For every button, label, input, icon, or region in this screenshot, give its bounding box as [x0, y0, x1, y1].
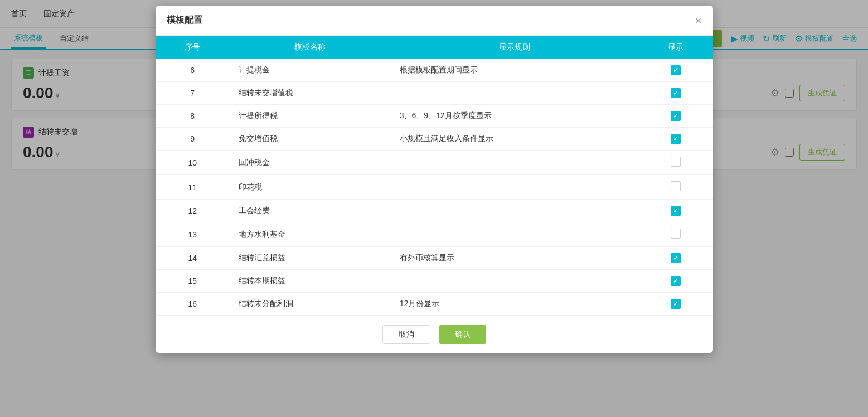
- modal-body: 序号 模板名称 显示规则 显示 6计提税金根据模板配置期间显示7结转未交增值税8…: [156, 36, 713, 316]
- cell-rule: [391, 222, 638, 247]
- cell-name: 结转未交增值税: [230, 82, 391, 105]
- table-row: 12工会经费: [156, 200, 713, 222]
- modal-header: 模板配置 ×: [156, 6, 713, 36]
- cell-rule: [391, 151, 638, 175]
- checkbox-14[interactable]: [671, 253, 681, 263]
- modal-title: 模板配置: [167, 14, 202, 26]
- table-row: 11印花税: [156, 175, 713, 200]
- cell-show: [638, 247, 712, 270]
- cell-name: 结转本期损益: [230, 270, 391, 293]
- checkbox-13[interactable]: [671, 229, 681, 239]
- confirm-button[interactable]: 确认: [439, 325, 486, 344]
- table-row: 15结转本期损益: [156, 270, 713, 293]
- checkbox-16[interactable]: [671, 299, 681, 309]
- table-row: 6计提税金根据模板配置期间显示: [156, 59, 713, 82]
- cell-show: [638, 222, 712, 247]
- cell-name: 计提所得税: [230, 105, 391, 128]
- table-row: 10回冲税金: [156, 151, 713, 175]
- cell-seq: 10: [156, 151, 230, 175]
- table-row: 9免交增值税小规模且满足收入条件显示: [156, 128, 713, 151]
- modal-overlay: 模板配置 × 序号 模板名称 显示规则 显示 6计提税金根据模板配置期间显: [0, 0, 868, 417]
- col-header-seq: 序号: [156, 36, 230, 59]
- cell-name: 回冲税金: [230, 151, 391, 175]
- cell-rule: [391, 200, 638, 222]
- config-table: 序号 模板名称 显示规则 显示 6计提税金根据模板配置期间显示7结转未交增值税8…: [156, 36, 713, 316]
- cell-show: [638, 293, 712, 316]
- cell-rule: 小规模且满足收入条件显示: [391, 128, 638, 151]
- checkbox-7[interactable]: [671, 88, 681, 98]
- cell-seq: 9: [156, 128, 230, 151]
- cell-seq: 11: [156, 175, 230, 200]
- cell-rule: [391, 175, 638, 200]
- cell-name: 结转汇兑损益: [230, 247, 391, 270]
- cell-show: [638, 270, 712, 293]
- cell-rule: [391, 270, 638, 293]
- cell-show: [638, 151, 712, 175]
- cell-rule: [391, 82, 638, 105]
- checkbox-6[interactable]: [671, 65, 681, 75]
- table-header-row: 序号 模板名称 显示规则 显示: [156, 36, 713, 59]
- checkbox-10[interactable]: [671, 157, 681, 167]
- cell-seq: 15: [156, 270, 230, 293]
- modal-template-config: 模板配置 × 序号 模板名称 显示规则 显示 6计提税金根据模板配置期间显: [156, 6, 713, 353]
- table-row: 7结转未交增值税: [156, 82, 713, 105]
- cell-name: 印花税: [230, 175, 391, 200]
- table-row: 8计提所得税3、6、9、12月按季度显示: [156, 105, 713, 128]
- cell-name: 免交增值税: [230, 128, 391, 151]
- cell-rule: 12月份显示: [391, 293, 638, 316]
- cell-seq: 12: [156, 200, 230, 222]
- cell-seq: 14: [156, 247, 230, 270]
- cell-seq: 6: [156, 59, 230, 82]
- table-row: 13地方水利基金: [156, 222, 713, 247]
- checkbox-12[interactable]: [671, 206, 681, 216]
- cell-seq: 8: [156, 105, 230, 128]
- checkbox-9[interactable]: [671, 134, 681, 144]
- cell-name: 地方水利基金: [230, 222, 391, 247]
- table-row: 14结转汇兑损益有外币核算显示: [156, 247, 713, 270]
- cell-seq: 16: [156, 293, 230, 316]
- cell-rule: 3、6、9、12月按季度显示: [391, 105, 638, 128]
- checkbox-8[interactable]: [671, 111, 681, 121]
- cell-show: [638, 82, 712, 105]
- modal-footer: 取消 确认: [156, 316, 713, 353]
- cell-seq: 7: [156, 82, 230, 105]
- cell-show: [638, 59, 712, 82]
- cancel-button[interactable]: 取消: [382, 325, 430, 344]
- cell-name: 结转未分配利润: [230, 293, 391, 316]
- checkbox-11[interactable]: [671, 181, 681, 191]
- col-header-name: 模板名称: [230, 36, 391, 59]
- cell-show: [638, 175, 712, 200]
- col-header-show: 显示: [638, 36, 712, 59]
- cell-rule: 根据模板配置期间显示: [391, 59, 638, 82]
- table-row: 16结转未分配利润12月份显示: [156, 293, 713, 316]
- checkbox-15[interactable]: [671, 276, 681, 286]
- cell-seq: 13: [156, 222, 230, 247]
- cell-show: [638, 105, 712, 128]
- table-wrapper[interactable]: 序号 模板名称 显示规则 显示 6计提税金根据模板配置期间显示7结转未交增值税8…: [156, 36, 713, 316]
- cell-name: 工会经费: [230, 200, 391, 222]
- modal-close-button[interactable]: ×: [695, 15, 702, 26]
- cell-show: [638, 200, 712, 222]
- cell-show: [638, 128, 712, 151]
- cell-name: 计提税金: [230, 59, 391, 82]
- cell-rule: 有外币核算显示: [391, 247, 638, 270]
- col-header-rule: 显示规则: [391, 36, 638, 59]
